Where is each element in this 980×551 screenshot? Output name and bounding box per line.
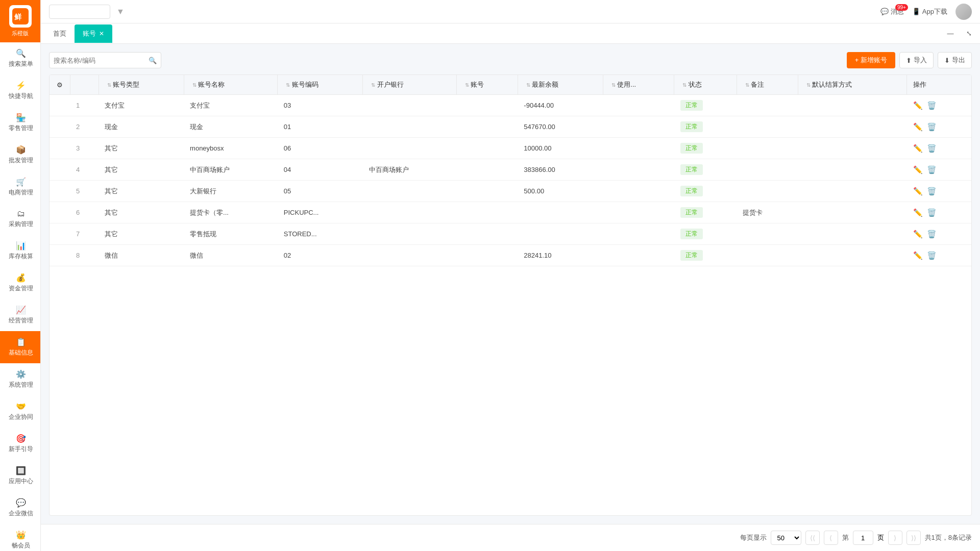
td-account-code: 03	[278, 95, 363, 116]
th-bank[interactable]: ⇅ 开户银行	[363, 75, 457, 95]
sidebar-item-wechat[interactable]: 💬 企业微信	[0, 492, 40, 524]
sidebar-item-enterprise[interactable]: 🤝 企业协同	[0, 395, 40, 428]
top-search-input[interactable]	[49, 5, 110, 19]
td-index: 6	[70, 202, 99, 223]
th-account-code[interactable]: ⇅ 账号编码	[278, 75, 363, 95]
message-button[interactable]: 💬 消息 99+	[880, 7, 904, 16]
sidebar-item-operations[interactable]: 📈 经营管理	[0, 299, 40, 331]
sidebar-item-guide[interactable]: 🎯 新手引导	[0, 428, 40, 460]
td-index: 4	[70, 159, 99, 181]
sidebar-item-member[interactable]: 👑 畅会员	[0, 524, 40, 551]
td-usage	[603, 202, 674, 223]
delete-button[interactable]: 🗑️	[927, 144, 937, 153]
edit-button[interactable]: ✏️	[913, 144, 923, 153]
system-icon: ⚙️	[16, 369, 26, 379]
edit-button[interactable]: ✏️	[913, 187, 923, 196]
th-sort-icon10: ⇅	[806, 82, 811, 88]
basic-icon: 📋	[16, 337, 26, 347]
td-index: 5	[70, 181, 99, 202]
td-default-settlement	[798, 95, 907, 116]
page-size-select[interactable]: 50 100	[771, 531, 801, 545]
td-account-type: 现金	[99, 116, 184, 138]
table-header-row: ⚙ ⇅ 账号类型 ⇅ 账号名称 ⇅ 账号编码 ⇅ 开户银行 ⇅ 账号 ⇅ 最新余…	[50, 75, 971, 95]
sidebar-item-label: 新手引导	[9, 445, 33, 454]
th-status[interactable]: ⇅ 状态	[674, 75, 737, 95]
tab-minimize-button[interactable]: —	[943, 27, 958, 41]
td-account-number	[456, 181, 518, 202]
tab-account[interactable]: 账号 ✕	[75, 24, 112, 43]
first-page-button[interactable]: ⟨⟨	[805, 531, 820, 545]
th-account-name[interactable]: ⇅ 账号名称	[184, 75, 278, 95]
delete-button[interactable]: 🗑️	[927, 187, 937, 196]
td-account-type: 其它	[99, 159, 184, 181]
td-index: 2	[70, 116, 99, 138]
td-default-settlement	[798, 116, 907, 138]
td-index: 8	[70, 245, 99, 266]
th-usage[interactable]: ⇅ 使用...	[603, 75, 674, 95]
td-account-code: 06	[278, 138, 363, 159]
td-usage	[603, 245, 674, 266]
header-left: ▼	[49, 5, 125, 19]
avatar[interactable]	[955, 4, 972, 20]
edit-button[interactable]: ✏️	[913, 230, 923, 239]
tab-home[interactable]: 首页	[45, 24, 75, 43]
td-usage	[603, 95, 674, 116]
edit-button[interactable]: ✏️	[913, 122, 923, 132]
sidebar-item-label: 采购管理	[9, 220, 33, 229]
sidebar-item-retail[interactable]: 🏪 零售管理	[0, 107, 40, 139]
import-button[interactable]: ⬆ 导入	[899, 52, 934, 68]
delete-button[interactable]: 🗑️	[927, 122, 937, 132]
th-remark[interactable]: ⇅ 备注	[737, 75, 798, 95]
sidebar-item-appcenter[interactable]: 🔲 应用中心	[0, 460, 40, 492]
edit-button[interactable]: ✏️	[913, 251, 923, 260]
delete-button[interactable]: 🗑️	[927, 230, 937, 239]
td-settings	[50, 116, 70, 138]
search-wrap: 🔍	[49, 52, 161, 68]
th-balance[interactable]: ⇅ 最新余额	[518, 75, 603, 95]
sidebar-item-finance[interactable]: 💰 资金管理	[0, 267, 40, 299]
prev-page-button[interactable]: ⟨	[824, 531, 838, 545]
dropdown-icon[interactable]: ▼	[116, 7, 125, 16]
td-bank: 中百商场账户	[363, 159, 457, 181]
th-sort-icon8: ⇅	[682, 82, 687, 88]
td-bank	[363, 138, 457, 159]
delete-button[interactable]: 🗑️	[927, 101, 937, 110]
delete-button[interactable]: 🗑️	[927, 208, 937, 217]
sidebar-item-purchase[interactable]: 🗂 采购管理	[0, 203, 40, 235]
sidebar-item-wholesale[interactable]: 📦 批发管理	[0, 139, 40, 171]
td-bank	[363, 116, 457, 138]
tab-close-icon[interactable]: ✕	[99, 30, 104, 37]
th-default-settlement[interactable]: ⇅ 默认结算方式	[798, 75, 907, 95]
search-icon[interactable]: 🔍	[149, 57, 157, 64]
sidebar-item-ecommerce[interactable]: 🛒 电商管理	[0, 171, 40, 203]
main-area: ▼ 💬 消息 99+ 📱 App下载 首页 账号 ✕ — ⤡	[41, 0, 980, 551]
edit-button[interactable]: ✏️	[913, 165, 923, 174]
delete-button[interactable]: 🗑️	[927, 165, 937, 174]
th-settings[interactable]: ⚙	[50, 75, 70, 95]
sidebar-item-system[interactable]: ⚙️ 系统管理	[0, 363, 40, 395]
th-account-number[interactable]: ⇅ 账号	[456, 75, 518, 95]
top-header: ▼ 💬 消息 99+ 📱 App下载	[41, 0, 980, 23]
app-download-button[interactable]: 📱 App下载	[912, 7, 947, 16]
last-page-button[interactable]: ⟩⟩	[906, 531, 921, 545]
export-button[interactable]: ⬇ 导出	[938, 52, 972, 68]
add-account-button[interactable]: + 新增账号	[847, 52, 895, 68]
td-account-type: 其它	[99, 181, 184, 202]
sidebar-item-search[interactable]: 🔍 搜索菜单	[0, 42, 40, 74]
sidebar-item-quicknav[interactable]: ⚡ 快捷导航	[0, 74, 40, 107]
edit-button[interactable]: ✏️	[913, 101, 923, 110]
sidebar-item-basic[interactable]: 📋 基础信息	[0, 331, 40, 363]
td-default-settlement	[798, 202, 907, 223]
sidebar-item-inventory[interactable]: 📊 库存核算	[0, 235, 40, 267]
tab-controls: — ⤡	[943, 27, 976, 41]
th-account-type[interactable]: ⇅ 账号类型	[99, 75, 184, 95]
search-input[interactable]	[54, 57, 149, 64]
td-account-name: 大新银行	[184, 181, 278, 202]
tab-maximize-button[interactable]: ⤡	[962, 27, 976, 41]
th-sort-icon4: ⇅	[371, 82, 375, 88]
td-account-number	[456, 202, 518, 223]
next-page-button[interactable]: ⟩	[888, 531, 902, 545]
delete-button[interactable]: 🗑️	[927, 251, 937, 260]
edit-button[interactable]: ✏️	[913, 208, 923, 217]
page-input[interactable]	[853, 531, 873, 545]
